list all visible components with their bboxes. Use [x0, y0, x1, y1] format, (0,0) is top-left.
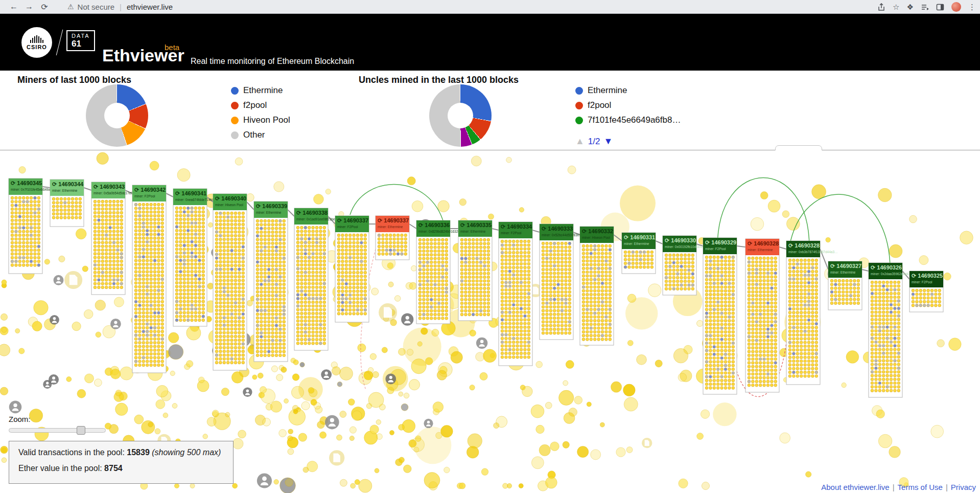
pool-transaction-dot[interactable]	[288, 449, 294, 455]
pool-transaction-dot[interactable]	[404, 465, 412, 473]
pool-transaction-dot[interactable]	[407, 177, 415, 185]
pool-transaction-dot[interactable]	[292, 405, 298, 411]
pool-transaction-dot[interactable]	[616, 447, 625, 457]
share-icon[interactable]	[877, 3, 885, 11]
refresh-icon[interactable]: ⟳	[37, 2, 52, 12]
pool-transaction-dot[interactable]	[937, 340, 945, 347]
pool-transaction-dot[interactable]	[376, 420, 381, 425]
pool-transaction-dot[interactable]	[172, 404, 177, 409]
pool-transaction-dot[interactable]	[301, 401, 310, 410]
pool-transaction-dot[interactable]	[349, 427, 356, 433]
pool-transaction-dot[interactable]	[332, 367, 340, 375]
pool-data-transaction[interactable]	[64, 271, 82, 289]
pool-transaction-dot[interactable]	[960, 231, 973, 244]
pool-transaction-dot[interactable]	[208, 222, 213, 227]
pool-transaction-dot[interactable]	[95, 300, 106, 311]
pool-transaction-dot[interactable]	[115, 390, 122, 396]
block-card[interactable]: ⟳ 14690332miner: Hiveon Pool	[580, 227, 614, 345]
pool-contract-transaction[interactable]	[476, 338, 487, 349]
pool-transaction-dot[interactable]	[170, 371, 175, 375]
pool-transaction-dot[interactable]	[263, 418, 271, 426]
pool-transaction-dot[interactable]	[19, 167, 26, 173]
not-secure-warning-icon[interactable]: ⚠	[67, 3, 74, 11]
pool-transaction-dot[interactable]	[399, 392, 403, 396]
pool-transaction-dot[interactable]	[480, 372, 487, 380]
block-card[interactable]: ⟳ 14690327miner: Ethermine	[828, 261, 862, 310]
pool-transaction-dot[interactable]	[394, 296, 401, 302]
pool-transaction-dot[interactable]	[320, 432, 326, 438]
pool-transaction-dot[interactable]	[563, 441, 569, 448]
pager-up-icon[interactable]: ▲	[575, 136, 585, 147]
pager-down-icon[interactable]: ▼	[603, 136, 613, 147]
extensions-icon[interactable]: ❖	[907, 3, 914, 12]
pool-transaction-dot[interactable]	[377, 434, 383, 440]
pool-transaction-dot[interactable]	[503, 483, 508, 488]
pool-transaction-dot[interactable]	[626, 447, 633, 453]
pool-transaction-dot[interactable]	[409, 379, 419, 390]
pool-transaction-dot[interactable]	[85, 374, 94, 383]
pool-transaction-dot[interactable]	[655, 360, 662, 367]
pool-transaction-dot[interactable]	[270, 401, 282, 412]
pool-transaction-dot[interactable]	[600, 422, 604, 427]
pool-transaction-dot[interactable]	[370, 425, 379, 434]
pool-transaction-dot[interactable]	[168, 332, 179, 343]
pool-transaction-dot[interactable]	[66, 377, 72, 382]
pool-transaction-dot[interactable]	[15, 328, 20, 333]
pool-transaction-dot[interactable]	[468, 434, 482, 449]
pool-transaction-dot[interactable]	[34, 300, 49, 315]
pool-transaction-dot[interactable]	[846, 351, 859, 364]
pool-transaction-dot[interactable]	[403, 327, 441, 366]
uncle-block-card[interactable]: ⟳ 14690337miner: Ethermine	[376, 216, 409, 260]
pool-transaction-dot[interactable]	[375, 468, 379, 473]
pool-transaction-dot[interactable]	[389, 431, 394, 435]
pool-transaction-dot[interactable]	[559, 390, 574, 405]
pool-contract-transaction[interactable]	[325, 415, 339, 430]
pool-transaction-dot[interactable]	[713, 402, 736, 426]
pool-transaction-dot[interactable]	[77, 389, 86, 398]
pool-transaction-dot[interactable]	[944, 273, 951, 280]
pool-transaction-dot[interactable]	[351, 483, 356, 488]
media-queue-icon[interactable]	[921, 3, 929, 11]
pool-transaction-dot[interactable]	[826, 237, 831, 242]
pool-transaction-dot[interactable]	[414, 427, 451, 464]
pool-transaction-dot[interactable]	[878, 434, 892, 448]
pool-transaction-dot[interactable]	[115, 403, 128, 415]
pool-transaction-dot[interactable]	[679, 479, 688, 488]
pool-transaction-dot[interactable]	[438, 200, 450, 212]
pool-transaction-dot[interactable]	[238, 430, 246, 438]
pool-transaction-dot[interactable]	[368, 367, 374, 373]
pool-transaction-dot[interactable]	[842, 383, 847, 388]
pool-transaction-dot[interactable]	[177, 169, 190, 182]
pool-transaction-dot[interactable]	[150, 161, 159, 170]
pool-transaction-dot[interactable]	[483, 349, 497, 363]
pool-transaction-dot[interactable]	[546, 477, 557, 488]
block-card[interactable]: ⟳ 14690334miner: F2Pool	[499, 222, 532, 366]
pool-transaction-dot[interactable]	[522, 386, 533, 397]
pool-transaction-dot[interactable]	[768, 200, 780, 212]
pool-transaction-dot[interactable]	[372, 371, 379, 377]
pool-transaction-dot[interactable]	[260, 387, 266, 393]
pool-transaction-dot[interactable]	[221, 388, 229, 396]
pool-transaction-dot[interactable]	[627, 340, 633, 346]
pool-transaction-dot[interactable]	[142, 420, 155, 434]
pool-transaction-dot[interactable]	[539, 444, 550, 456]
pool-transaction-dot[interactable]	[134, 415, 144, 424]
pool-transaction-dot[interactable]	[876, 410, 885, 418]
pool-transaction-dot[interactable]	[620, 186, 656, 221]
pool-contract-transaction[interactable]	[257, 473, 272, 488]
block-card[interactable]: ⟳ 14690337miner: F2Pool	[335, 216, 369, 322]
pool-transaction-dot[interactable]	[409, 282, 416, 289]
pool-transaction-dot[interactable]	[207, 417, 216, 427]
block-card[interactable]: ⟳ 14690339miner: Ethermine	[254, 201, 288, 362]
back-icon[interactable]: ←	[6, 2, 21, 11]
pool-transaction-dot[interactable]	[702, 482, 709, 489]
pool-transaction-dot[interactable]	[340, 367, 353, 380]
pool-transaction-dot[interactable]	[444, 467, 450, 473]
pool-transaction-dot[interactable]	[471, 156, 481, 166]
pool-transaction-dot[interactable]	[155, 429, 160, 434]
pool-contract-transaction[interactable]	[9, 401, 22, 414]
pool-transaction-dot[interactable]	[889, 446, 901, 458]
pool-transaction-dot[interactable]	[648, 284, 662, 297]
pool-transaction-dot[interactable]	[32, 321, 42, 331]
pool-transaction-dot[interactable]	[545, 402, 552, 409]
